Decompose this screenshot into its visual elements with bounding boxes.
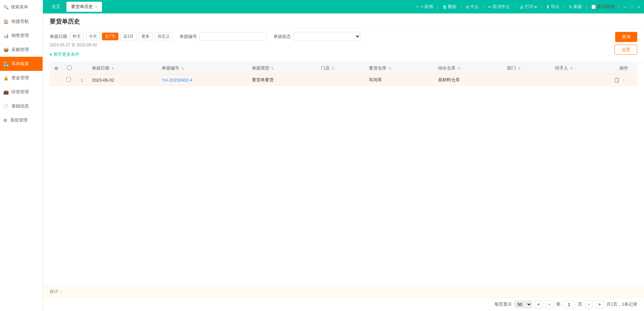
refresh-icon: ↻ bbox=[569, 4, 573, 9]
display-detail-checkbox[interactable] bbox=[591, 5, 596, 9]
sidebar-search-label: 搜索菜单 bbox=[11, 4, 28, 10]
topbar: 首页 要货单历史 × ＋ + 新增 | 🗑 删除 | ⊘ 中止 | ↩ bbox=[43, 0, 644, 13]
sidebar-item-label: 销售管理 bbox=[11, 33, 29, 39]
sort-dept-icon[interactable]: ⇅ bbox=[518, 66, 521, 70]
date-btn-yesterday[interactable]: 昨天 bbox=[70, 33, 84, 40]
sidebar-item-label: 系统管理 bbox=[10, 117, 28, 123]
th-settings[interactable]: ⚙ bbox=[50, 62, 63, 74]
td-handler bbox=[552, 74, 610, 86]
sidebar-item-finance[interactable]: 🔒 资金管理 bbox=[0, 71, 43, 85]
sidebar-item-quick-nav[interactable]: 🏠 快捷导航 bbox=[0, 14, 43, 29]
date-btn-7days[interactable]: 近7天 bbox=[102, 33, 118, 40]
row-view-icon[interactable]: 📋 bbox=[614, 77, 620, 83]
btn-refresh-top[interactable]: ↻ 刷新 bbox=[569, 4, 582, 10]
page-size-select[interactable]: 50 10 20 100 bbox=[515, 301, 532, 308]
sidebar-item-inventory[interactable]: 🏪 库存核算 bbox=[0, 57, 43, 71]
table-header-row: ⚙ 单据日期 ⇅ 单据编号 ⇅ bbox=[50, 62, 637, 74]
page-content: 要货单历史 单据日期 昨天 今天 近7天 近1月 更多 bbox=[43, 13, 644, 311]
date-btn-more[interactable]: 更多 bbox=[139, 33, 153, 40]
total-info: 共1页，1条记录 bbox=[606, 301, 637, 307]
sidebar: 🔍 搜索菜单 🏠 快捷导航 📊 销售管理 📦 采购管理 🏪 库存核算 🔒 资金管… bbox=[0, 0, 43, 311]
tab-home-label: 首页 bbox=[52, 4, 60, 10]
td-pending-warehouse: 原材料仓库 bbox=[435, 74, 504, 86]
td-type: 要货单要货 bbox=[249, 74, 318, 86]
page-number-input[interactable] bbox=[563, 301, 575, 308]
sidebar-item-purchase[interactable]: 📦 采购管理 bbox=[0, 43, 43, 57]
doc-icon: 📄 bbox=[3, 104, 9, 109]
window-close[interactable]: × bbox=[637, 4, 640, 9]
filter-orderno-group: 单据编号 bbox=[179, 32, 267, 41]
sort-handler-icon[interactable]: ⇅ bbox=[570, 66, 573, 70]
page-size-label: 每页显示 bbox=[494, 301, 512, 307]
btn-export-top[interactable]: ⬆ 导出 bbox=[546, 4, 559, 10]
th-store: 门店 ⇅ bbox=[318, 62, 366, 74]
sort-type-icon[interactable]: ⇅ bbox=[271, 66, 274, 70]
window-maximize[interactable]: □ bbox=[631, 4, 634, 9]
next-page-btn[interactable]: › bbox=[585, 300, 593, 308]
prev-page-btn[interactable]: ‹ bbox=[545, 300, 553, 308]
sort-orderno-icon[interactable]: ⇅ bbox=[181, 66, 184, 70]
td-store bbox=[318, 74, 366, 86]
tab-order-history[interactable]: 要货单历史 × bbox=[66, 2, 102, 12]
chart-icon: 📊 bbox=[3, 33, 9, 38]
page-label: 第 bbox=[556, 301, 560, 307]
sidebar-search[interactable]: 🔍 搜索菜单 bbox=[0, 0, 43, 14]
order-no-input[interactable] bbox=[200, 32, 267, 41]
tab-close-icon[interactable]: × bbox=[95, 4, 97, 9]
sidebar-item-system[interactable]: ⚙ 系统管理 bbox=[0, 113, 43, 127]
expand-more-btn[interactable]: ▾ 展开更多条件 bbox=[50, 50, 614, 59]
th-type: 单据类型 ⇅ bbox=[249, 62, 318, 74]
btn-print-top[interactable]: 🖨 打印 ▾ bbox=[520, 4, 537, 10]
table-body: 1 2023-06-02 YH-20230602-4 要货单要货 车间库 原材料… bbox=[50, 74, 637, 86]
pagination: 每页显示 50 10 20 100 « ‹ 第 页 › » 共1页，1条记录 bbox=[43, 297, 644, 311]
sidebar-item-label: 基础信息 bbox=[11, 103, 29, 109]
sort-pending-warehouse-icon[interactable]: ⇅ bbox=[458, 66, 460, 70]
page-unit: 页 bbox=[578, 301, 582, 307]
refresh-label: 刷新 bbox=[574, 4, 582, 10]
filter-row-1: 单据日期 昨天 今天 近7天 近1月 更多 自定义 单据编号 bbox=[50, 32, 614, 41]
btn-new-top[interactable]: ＋ + 新增 bbox=[415, 4, 433, 10]
td-department bbox=[504, 74, 552, 86]
td-action: 📋 ⋮ bbox=[610, 74, 637, 86]
btn-cancel-stop-top[interactable]: ↩ 取消中止 bbox=[488, 4, 510, 10]
total-label: 合计： bbox=[50, 289, 63, 294]
date-btn-1month[interactable]: 近1月 bbox=[120, 33, 137, 40]
sort-date-icon[interactable]: ⇅ bbox=[111, 66, 114, 70]
print-dropdown-icon: ▾ bbox=[535, 4, 537, 9]
search-icon: 🔍 bbox=[3, 5, 9, 10]
last-page-btn[interactable]: » bbox=[596, 300, 604, 308]
th-pending-warehouse: 待出仓库 ⇅ bbox=[435, 62, 504, 74]
sidebar-item-sales[interactable]: 📊 销售管理 bbox=[0, 29, 43, 43]
sidebar-item-label: 经营管理 bbox=[11, 89, 29, 95]
stop-icon: ⊘ bbox=[466, 4, 469, 9]
display-detail-check[interactable]: 显示明细 bbox=[591, 4, 614, 10]
date-btn-today[interactable]: 今天 bbox=[86, 33, 100, 40]
first-page-btn[interactable]: « bbox=[535, 300, 543, 308]
select-all-checkbox[interactable] bbox=[67, 65, 71, 70]
date-filter-label: 单据日期 bbox=[50, 34, 67, 40]
sort-req-warehouse-icon[interactable]: ⇅ bbox=[388, 66, 391, 70]
settings-button[interactable]: 设置 bbox=[614, 45, 637, 55]
btn-stop-top[interactable]: ⊘ 中止 bbox=[466, 4, 479, 10]
row-checkbox[interactable] bbox=[66, 77, 71, 82]
cancel-stop-icon: ↩ bbox=[488, 4, 492, 9]
sidebar-item-label: 采购管理 bbox=[11, 47, 29, 53]
sidebar-item-operation[interactable]: 💼 经营管理 bbox=[0, 85, 43, 99]
btn-delete-top[interactable]: 🗑 删除 bbox=[442, 4, 457, 10]
sort-store-icon[interactable]: ⇅ bbox=[331, 66, 334, 70]
order-no-link[interactable]: YH-20230602-4 bbox=[162, 78, 193, 83]
table-row: 1 2023-06-02 YH-20230602-4 要货单要货 车间库 原材料… bbox=[50, 74, 637, 86]
tab-active-label: 要货单历史 bbox=[71, 4, 93, 10]
row-more-icon[interactable]: ⋮ bbox=[622, 77, 626, 83]
date-btn-custom[interactable]: 自定义 bbox=[155, 33, 173, 40]
query-button[interactable]: 查询 bbox=[615, 32, 637, 42]
status-select[interactable] bbox=[293, 32, 361, 41]
sidebar-item-basic[interactable]: 📄 基础信息 bbox=[0, 99, 43, 113]
window-minimize[interactable]: ─ bbox=[624, 4, 627, 9]
date-range-display: 2023-05-27 至 2023-06-02 bbox=[50, 42, 614, 48]
filter-date-group: 单据日期 昨天 今天 近7天 近1月 更多 自定义 bbox=[50, 33, 173, 40]
table-head: ⚙ 单据日期 ⇅ 单据编号 ⇅ bbox=[50, 62, 637, 74]
row-action-icons: 📋 ⋮ bbox=[614, 77, 634, 83]
home-icon: 🏠 bbox=[3, 19, 9, 24]
tab-home[interactable]: 首页 bbox=[47, 2, 65, 12]
